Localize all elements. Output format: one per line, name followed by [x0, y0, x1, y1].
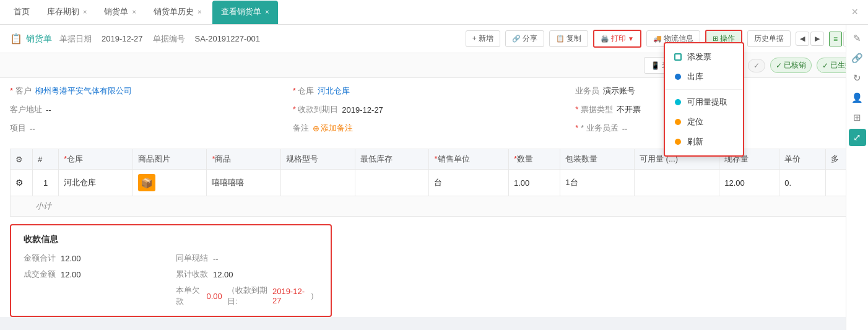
tab-inventory[interactable]: 库存期初 × [38, 1, 95, 24]
location-item[interactable]: 定位 [665, 112, 743, 132]
right-sidebar: ✎ 🔗 ↻ 👤 ⊞ ⤢ [846, 25, 868, 324]
tab-inventory-close[interactable]: × [83, 8, 87, 15]
verified-icon: ✓ [748, 59, 765, 72]
row-unit: 台 [429, 170, 508, 196]
refresh-icon [674, 137, 682, 146]
row-number: 1 [33, 170, 59, 196]
cancelled-badge: ✓ 已核销 [770, 58, 812, 73]
add-invoice-icon [674, 53, 682, 61]
row-gear[interactable]: ⚙ [11, 170, 33, 196]
available-qty-item[interactable]: 可用量提取 [665, 92, 743, 112]
sales-order-icon: 📋 [10, 33, 22, 45]
col-pack-qty: 包装数量 [560, 149, 635, 170]
warehouse-field: 仓库 河北仓库 [293, 85, 576, 97]
navigation-arrows: ◀ ▶ [796, 32, 824, 46]
available-qty-icon [674, 98, 682, 106]
tab-sales-close[interactable]: × [132, 8, 136, 15]
expand-sidebar-icon[interactable]: ⤢ [849, 129, 866, 146]
tab-sales-history[interactable]: 销货单历史 × [145, 1, 210, 24]
row-image: 📦 [132, 170, 207, 196]
new-button[interactable]: + 新增 [466, 30, 500, 47]
row-price: 0. [779, 170, 826, 196]
tab-sales[interactable]: 销货单 × [95, 1, 144, 24]
address-field: 客户地址 -- [10, 104, 293, 115]
next-arrow[interactable]: ▶ [810, 32, 824, 46]
row-current-stock: 12.00 [719, 170, 779, 196]
customer-field: 客户 柳州粤港平安气体有限公司 [10, 85, 293, 97]
tab-sales-history-close[interactable]: × [197, 8, 201, 15]
project-field: 项目 -- [10, 123, 293, 134]
tab-view-sales-close[interactable]: × [265, 8, 269, 15]
share-button[interactable]: 🔗 分享 [505, 30, 544, 47]
tab-bar-close-button[interactable]: × [846, 6, 863, 19]
subtotal-row: 小计 [11, 196, 858, 217]
col-price: 单价 [779, 149, 826, 170]
dropdown-divider [665, 89, 743, 90]
row-min-stock [355, 170, 429, 196]
document-title: 📋 销货单 [10, 33, 52, 45]
col-min-stock: 最低库存 [355, 149, 429, 170]
list-view-button[interactable]: ≡ [829, 32, 842, 46]
tab-bar: 首页 库存期初 × 销货单 × 销货单历史 × 查看销货单 × × [0, 0, 868, 25]
document-meta: 单据日期 2019-12-27 单据编号 SA-20191227-001 [59, 33, 260, 45]
row-warehouse: 河北仓库 [59, 170, 133, 196]
link-sidebar-icon[interactable]: 🔗 [849, 50, 866, 67]
document-actions: + 新增 🔗 分享 📋 复制 🖨️ 打印 ▼ 🚚 物流信息 ⊞ 操作 [466, 30, 858, 48]
person-sidebar-icon[interactable]: 👤 [849, 89, 866, 106]
row-pack-qty: 1台 [560, 170, 635, 196]
print-button[interactable]: 🖨️ 打印 ▼ [593, 30, 641, 48]
refresh-sidebar-icon[interactable]: ↻ [849, 69, 866, 87]
col-product: *商品 [207, 149, 281, 170]
row-qty: 1.00 [508, 170, 560, 196]
table-container: ⚙ # *仓库 商品图片 *商品 规格型号 最低库存 *销售单位 *数量 包装数… [0, 149, 868, 217]
same-order-item: 同单现结 -- [176, 253, 318, 264]
edit-sidebar-icon[interactable]: ✎ [849, 30, 866, 47]
payment-grid: 金额合计 12.00 同单现结 -- 成交金额 12.00 累计收款 12.00… [24, 253, 318, 307]
tab-view-sales[interactable]: 查看销货单 × [212, 1, 277, 24]
copy-button[interactable]: 📋 复制 [549, 30, 588, 47]
row-available [634, 170, 719, 196]
col-gear: ⚙ [11, 149, 33, 170]
cumulative-payment-item: 累计收款 12.00 [176, 269, 318, 280]
gear-icon[interactable]: ⚙ [15, 155, 23, 164]
col-unit: *销售单位 [429, 149, 508, 170]
history-button[interactable]: 历史单据 [747, 30, 791, 47]
note-field: 备注 ⊕ 添加备注 [293, 123, 576, 134]
payment-title: 收款信息 [24, 234, 318, 245]
col-image: 商品图片 [132, 149, 207, 170]
row-product: 嘻嘻嘻嘻 [207, 170, 281, 196]
payment-info-box: 收款信息 金额合计 12.00 同单现结 -- 成交金额 12.00 累计收款 … [10, 224, 332, 317]
tab-home[interactable]: 首页 [5, 1, 38, 24]
total-amount-item: 金额合计 12.00 [24, 253, 166, 264]
sales-table: ⚙ # *仓库 商品图片 *商品 规格型号 最低库存 *销售单位 *数量 包装数… [10, 149, 858, 217]
subtotal-label: 小计 [11, 196, 858, 217]
prev-arrow[interactable]: ◀ [796, 32, 809, 46]
add-invoice-item[interactable]: 添发票 [665, 47, 743, 67]
col-warehouse: *仓库 [59, 149, 133, 170]
operations-dropdown: 添发票 出库 可用量提取 定位 刷新 [664, 42, 744, 157]
outbound-item[interactable]: 出库 [665, 67, 743, 87]
due-date-field: 收款到期日 2019-12-27 [293, 104, 576, 115]
outbound-icon [674, 72, 682, 81]
transaction-amount-item: 成交金额 12.00 [24, 269, 166, 280]
col-num: # [33, 149, 59, 170]
add-note-button[interactable]: ⊕ 添加备注 [313, 123, 353, 134]
table-row: ⚙ 1 河北仓库 📦 嘻嘻嘻嘻 台 1.00 1台 12.00 [11, 170, 858, 196]
table-sidebar-icon[interactable]: ⊞ [849, 109, 866, 126]
col-spec: 规格型号 [281, 149, 355, 170]
row-spec [281, 170, 355, 196]
refresh-item[interactable]: 刷新 [665, 132, 743, 152]
location-icon [674, 118, 682, 126]
arrears-item: 本单欠款 0.00 （收款到期日: 2019-12-27 ） [176, 285, 318, 307]
product-image: 📦 [138, 174, 155, 191]
col-qty: *数量 [508, 149, 560, 170]
